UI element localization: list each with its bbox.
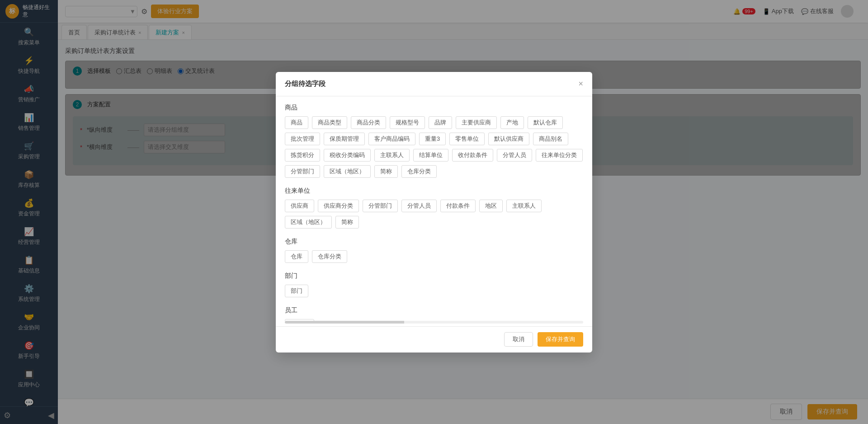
field-tag-goods-21[interactable]: 往来单位分类	[536, 149, 583, 162]
field-tag-goods-19[interactable]: 收付款条件	[452, 149, 493, 162]
modal-title: 分组待选字段	[285, 80, 326, 88]
modal-scrollbar[interactable]	[285, 321, 583, 324]
field-tags-warehouse: 仓库仓库分类	[285, 250, 583, 263]
field-tag-goods-9[interactable]: 保质期管理	[324, 133, 365, 145]
field-section-counterpart: 往来单位供应商供应商分类分管部门分管人员付款条件地区主联系人区域（地区）简称	[285, 187, 583, 229]
field-tags-counterpart: 供应商供应商分类分管部门分管人员付款条件地区主联系人区域（地区）简称	[285, 200, 583, 229]
field-tag-goods-2[interactable]: 商品分类	[351, 116, 386, 129]
field-tag-goods-24[interactable]: 简称	[374, 165, 398, 178]
field-tag-goods-20[interactable]: 分管人员	[497, 149, 532, 162]
field-tag-department-0[interactable]: 部门	[285, 285, 308, 297]
field-tag-goods-23[interactable]: 区域（地区）	[324, 165, 371, 178]
field-section-goods: 商品商品商品类型商品分类规格型号品牌主要供应商产地默认仓库批次管理保质期管理客户…	[285, 104, 583, 178]
field-section-title-employee: 员工	[285, 306, 583, 314]
field-tag-counterpart-2[interactable]: 分管部门	[363, 200, 398, 212]
field-tags-goods: 商品商品类型商品分类规格型号品牌主要供应商产地默认仓库批次管理保质期管理客户商品…	[285, 116, 583, 178]
field-tags-department: 部门	[285, 285, 583, 297]
field-tag-counterpart-6[interactable]: 主联系人	[506, 200, 542, 212]
field-section-title-goods: 商品	[285, 104, 583, 112]
field-tag-goods-14[interactable]: 商品别名	[533, 133, 568, 145]
modal-close-btn[interactable]: ×	[578, 79, 583, 89]
field-tag-warehouse-0[interactable]: 仓库	[285, 250, 308, 263]
modal-cancel-btn[interactable]: 取消	[504, 332, 533, 347]
field-tag-goods-12[interactable]: 零售单位	[449, 133, 485, 145]
field-tag-counterpart-1[interactable]: 供应商分类	[318, 200, 359, 212]
field-tag-warehouse-1[interactable]: 仓库分类	[312, 250, 347, 263]
field-tag-goods-7[interactable]: 默认仓库	[528, 116, 563, 129]
field-tag-goods-0[interactable]: 商品	[285, 116, 308, 129]
field-section-title-counterpart: 往来单位	[285, 187, 583, 195]
field-tag-counterpart-4[interactable]: 付款条件	[440, 200, 476, 212]
field-tag-goods-8[interactable]: 批次管理	[285, 133, 320, 145]
modal-confirm-btn[interactable]: 保存并查询	[538, 332, 583, 347]
field-section-warehouse: 仓库仓库仓库分类	[285, 238, 583, 263]
field-tag-goods-11[interactable]: 重量3	[419, 133, 446, 145]
field-section-title-department: 部门	[285, 272, 583, 280]
field-tag-goods-4[interactable]: 品牌	[429, 116, 452, 129]
field-tag-goods-18[interactable]: 结算单位	[413, 149, 448, 162]
field-tag-goods-15[interactable]: 拣货积分	[285, 149, 320, 162]
field-section-title-warehouse: 仓库	[285, 238, 583, 246]
field-tag-goods-22[interactable]: 分管部门	[285, 165, 320, 178]
field-tag-goods-16[interactable]: 税收分类编码	[324, 149, 371, 162]
field-tag-goods-13[interactable]: 默认供应商	[488, 133, 529, 145]
field-tag-counterpart-0[interactable]: 供应商	[285, 200, 314, 212]
field-section-department: 部门部门	[285, 272, 583, 297]
field-section-employee: 员工业务员	[285, 306, 583, 321]
modal-body: 商品商品商品类型商品分类规格型号品牌主要供应商产地默认仓库批次管理保质期管理客户…	[276, 96, 592, 321]
field-tag-goods-1[interactable]: 商品类型	[312, 116, 347, 129]
field-tag-counterpart-8[interactable]: 简称	[335, 216, 359, 229]
field-tag-goods-10[interactable]: 客户商品编码	[368, 133, 415, 145]
field-tag-goods-5[interactable]: 主要供应商	[456, 116, 497, 129]
field-tag-goods-6[interactable]: 产地	[500, 116, 524, 129]
modal: 分组待选字段 × 商品商品商品类型商品分类规格型号品牌主要供应商产地默认仓库批次…	[276, 72, 592, 353]
field-tag-goods-3[interactable]: 规格型号	[390, 116, 425, 129]
field-tag-goods-17[interactable]: 主联系人	[374, 149, 410, 162]
modal-overlay: 分组待选字段 × 商品商品商品类型商品分类规格型号品牌主要供应商产地默认仓库批次…	[0, 0, 868, 424]
modal-footer: 取消 保存并查询	[276, 326, 592, 352]
modal-header: 分组待选字段 ×	[276, 72, 592, 96]
field-tag-goods-25[interactable]: 仓库分类	[401, 165, 437, 178]
field-tag-counterpart-5[interactable]: 地区	[479, 200, 503, 212]
field-tag-counterpart-3[interactable]: 分管人员	[401, 200, 437, 212]
field-tag-counterpart-7[interactable]: 区域（地区）	[285, 216, 332, 229]
